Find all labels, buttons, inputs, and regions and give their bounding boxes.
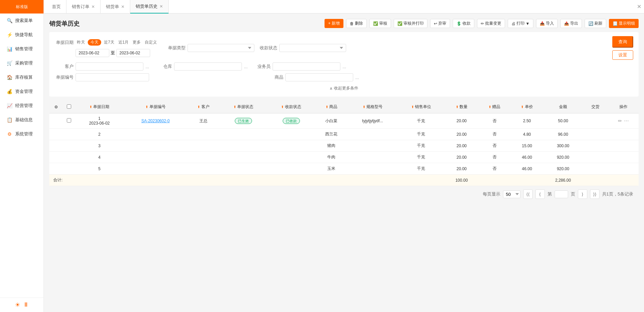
tab-home[interactable]: 首页 — [47, 0, 66, 14]
row-checkbox-cell[interactable] — [63, 129, 75, 140]
date-shortcut-1month[interactable]: 近1月 — [117, 39, 130, 46]
doc-number-link[interactable]: SA-20230602-0 — [141, 119, 170, 123]
operations-icon: 📈 — [6, 103, 12, 109]
col-unit[interactable]: ⬆ 销售单位 — [397, 101, 445, 113]
filter-goods: 商品 ... — [264, 73, 359, 81]
show-details-button[interactable]: 📃 显示明细 — [609, 19, 639, 28]
payment-status-select[interactable] — [279, 44, 346, 52]
date-shortcut-yesterday[interactable]: 昨天 — [76, 39, 86, 46]
sidebar-item-system-mgmt[interactable]: ⚙ 系统管理 — [0, 127, 44, 141]
select-all-checkbox[interactable] — [67, 104, 71, 109]
sidebar-item-operations[interactable]: 📈 经营管理 — [0, 99, 44, 113]
warehouse-dots[interactable]: ... — [244, 64, 248, 69]
tab-sales-order-close[interactable]: ✕ — [91, 4, 95, 9]
first-page-button[interactable]: ⟨⟨ — [523, 189, 533, 199]
row-doc-number-cell[interactable] — [124, 152, 187, 163]
collapse-button[interactable]: ∧ 收起更多条件 — [55, 84, 633, 93]
row-transaction-cell — [583, 152, 608, 163]
row-doc-number-cell[interactable] — [124, 140, 187, 152]
tab-sales-goods-close[interactable]: ✕ — [121, 4, 124, 9]
date-shortcut-custom[interactable]: 自定义 — [143, 39, 158, 46]
collect-button[interactable]: 💲 收款 — [453, 19, 474, 28]
sidebar-item-purchase-mgmt[interactable]: 🛒 采购管理 — [0, 56, 44, 70]
export-button[interactable]: 📤 导出 — [560, 19, 582, 28]
sidebar-item-inventory[interactable]: 🏠 库存核算 — [0, 70, 44, 84]
tab-sales-order[interactable]: 销售订单 ✕ — [66, 0, 101, 14]
customer-input[interactable] — [76, 62, 143, 71]
import-button[interactable]: 📥 导入 — [536, 19, 558, 28]
date-shortcut-7days[interactable]: 近7天 — [103, 39, 116, 46]
tab-sales-order-label: 销售订单 — [72, 4, 89, 10]
date-shortcut-today[interactable]: 今天 — [88, 39, 101, 46]
warehouse-input[interactable] — [174, 62, 242, 71]
sidebar-item-label: 销售管理 — [15, 46, 33, 52]
date-to-input[interactable] — [116, 49, 150, 57]
row-doc-number-cell[interactable]: SA-20230602-0 — [124, 113, 187, 129]
row-checkbox-cell[interactable] — [63, 152, 75, 163]
tab-sales-goods-history-close[interactable]: ✕ — [160, 4, 163, 9]
col-spec[interactable]: ⬆ 规格型号 — [348, 101, 397, 113]
refresh-button[interactable]: 🔄 刷新 — [585, 19, 606, 28]
goods-dots[interactable]: ... — [355, 75, 359, 80]
col-settings[interactable]: ⚙ — [49, 101, 63, 113]
row-checkbox[interactable] — [67, 118, 71, 123]
doc-type-select[interactable] — [188, 44, 254, 52]
row-doc-number-cell[interactable] — [124, 129, 187, 140]
batch-change-button[interactable]: ✏ 批量变更 — [477, 19, 505, 28]
row-checkbox-cell[interactable] — [63, 140, 75, 152]
row-doc-number-cell[interactable] — [124, 163, 187, 175]
more-icon[interactable]: ⋯ — [624, 118, 629, 124]
col-checkbox[interactable] — [63, 101, 75, 113]
col-goods[interactable]: ⬆ 商品 — [315, 101, 348, 113]
audit-print-button[interactable]: ✅ 审核并打印 — [394, 19, 427, 28]
new-button[interactable]: + 新增 — [325, 19, 343, 28]
row-num-date-cell: 5 — [75, 163, 124, 175]
doc-number-input[interactable] — [76, 73, 149, 81]
salesperson-input[interactable] — [273, 62, 340, 71]
prev-page-button[interactable]: ⟨ — [535, 189, 545, 199]
col-payment-status[interactable]: ⬆ 收款状态 — [267, 101, 315, 113]
col-unit-price[interactable]: ⬆ 单价 — [511, 101, 543, 113]
date-from-input[interactable] — [76, 49, 109, 57]
sidebar-item-sales-mgmt[interactable]: 📊 销售管理 — [0, 42, 44, 56]
per-page-select[interactable]: 50 100 — [503, 190, 521, 198]
collapse-label: 收起更多条件 — [334, 85, 358, 91]
tab-sales-goods[interactable]: 销货单 ✕ — [101, 0, 130, 14]
close-all-tabs[interactable]: ✕ — [637, 3, 641, 10]
sidebar-item-basic-info[interactable]: 📋 基础信息 — [0, 113, 44, 127]
goods-input[interactable] — [285, 73, 353, 81]
col-quantity[interactable]: ⬆ 数量 — [445, 101, 478, 113]
sidebar-item-finance[interactable]: 💰 资金管理 — [0, 84, 44, 99]
last-page-button[interactable]: ⟩⟩ — [590, 189, 599, 199]
date-shortcut-more[interactable]: 更多 — [131, 39, 142, 46]
sidebar-expand-icon[interactable]: ⏸ — [23, 301, 29, 309]
row-checkbox-cell[interactable] — [63, 163, 75, 175]
col-date[interactable]: ⬆ 单据日期 — [75, 101, 124, 113]
sidebar-item-quick-nav[interactable]: ⚡ 快捷导航 — [0, 28, 44, 42]
sidebar-search[interactable]: 🔍 搜索菜单 — [0, 14, 44, 28]
salesperson-dots[interactable]: ... — [342, 64, 346, 69]
row-payment-status-cell: 已收款 — [267, 113, 315, 129]
print-button[interactable]: 🖨 打印 ▼ — [508, 19, 533, 28]
search-icon: 🔍 — [6, 18, 12, 24]
customer-dots[interactable]: ... — [145, 64, 149, 69]
col-customer[interactable]: ⬆ 客户 — [187, 101, 220, 113]
delete-button[interactable]: 🗑 删除 — [346, 19, 367, 28]
row-customer-cell — [187, 163, 220, 175]
col-doc-number[interactable]: ⬆ 单据编号 — [124, 101, 187, 113]
sidebar-brand[interactable]: 标准版 — [0, 0, 44, 14]
col-doc-status[interactable]: ⬆ 单据状态 — [220, 101, 267, 113]
page-number-input[interactable]: 1 — [555, 190, 568, 198]
audit-button[interactable]: ✅ 审核 — [369, 19, 391, 28]
sort-icon: ⬆ — [145, 105, 148, 109]
query-button[interactable]: 查询 — [612, 36, 633, 48]
next-page-button[interactable]: ⟩ — [578, 189, 587, 199]
tab-sales-goods-history[interactable]: 销货单历史 ✕ — [130, 0, 169, 14]
col-gift[interactable]: ⬆ 赠品 — [478, 101, 511, 113]
row-checkbox-cell[interactable] — [63, 113, 75, 129]
discard-button[interactable]: ↩ 弃审 — [430, 19, 450, 28]
settings-button[interactable]: 设置 — [612, 50, 633, 60]
edit-icon[interactable]: ✏ — [618, 118, 622, 124]
row-unit-cell: 千克 — [397, 140, 445, 152]
sidebar-collapse-icon[interactable]: ☀ — [15, 301, 20, 309]
